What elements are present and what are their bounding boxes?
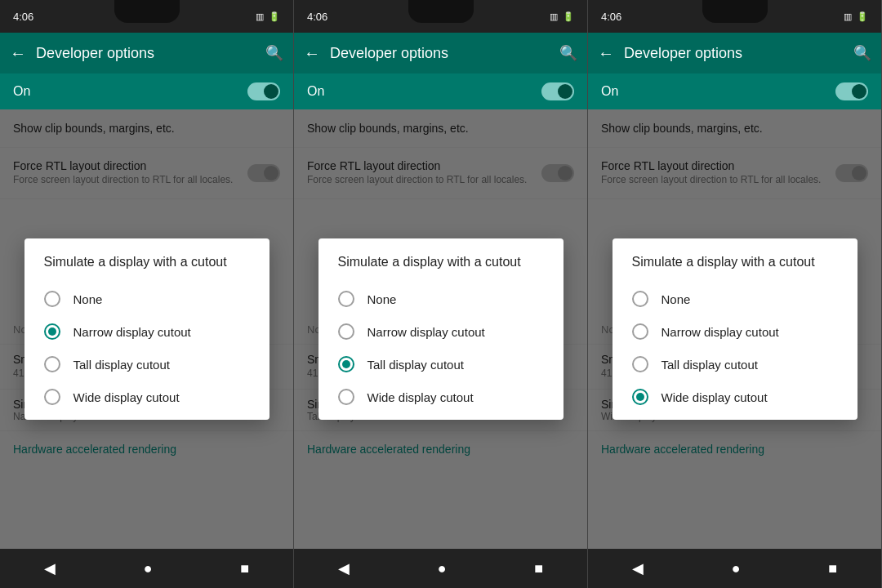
bottom-nav: ◀ ● ■ (0, 549, 293, 588)
option-label-3: Wide display cutout (368, 390, 474, 404)
status-icons: ▥ 🔋 (256, 11, 280, 22)
toolbar: ← Developer options 🔍 (588, 33, 881, 74)
dialog-option-3[interactable]: Wide display cutout (318, 381, 564, 413)
dialog-title: Simulate a display with a cutout (318, 255, 564, 283)
dialog: Simulate a display with a cutout None Na… (24, 238, 270, 420)
toolbar-title: Developer options (624, 45, 844, 62)
radio-1[interactable] (44, 323, 60, 340)
dialog-overlay: Simulate a display with a cutout None Na… (0, 109, 293, 549)
on-bar: On (0, 74, 293, 109)
notch (408, 0, 474, 23)
phone-panel-2: 4:06 ▥ 🔋 ← Developer options 🔍 On Show c… (294, 0, 588, 588)
status-bar: 4:06 ▥ 🔋 (0, 0, 293, 33)
search-icon[interactable]: 🔍 (265, 44, 283, 62)
dialog-option-0[interactable]: None (318, 283, 564, 315)
notch (702, 0, 768, 23)
developer-toggle[interactable] (541, 82, 574, 100)
search-icon[interactable]: 🔍 (853, 44, 871, 62)
signal-icon: ▥ (256, 11, 264, 22)
status-icons: ▥ 🔋 (844, 11, 868, 22)
dialog-option-1[interactable]: Narrow display cutout (318, 315, 564, 348)
dialog-option-1[interactable]: Narrow display cutout (24, 315, 270, 348)
search-icon[interactable]: 🔍 (559, 44, 577, 62)
developer-toggle[interactable] (835, 82, 868, 100)
radio-2[interactable] (44, 356, 60, 372)
radio-0[interactable] (338, 291, 354, 307)
on-label: On (13, 84, 30, 99)
radio-2[interactable] (338, 356, 354, 372)
nav-home-button[interactable]: ● (732, 560, 741, 577)
settings-content: Show clip bounds, margins, etc. Force RT… (0, 109, 293, 549)
battery-icon: 🔋 (269, 11, 280, 22)
option-label-2: Tall display cutout (368, 358, 464, 372)
radio-1[interactable] (632, 323, 648, 340)
toolbar-title: Developer options (330, 45, 550, 62)
back-button[interactable]: ← (598, 44, 614, 63)
radio-1[interactable] (338, 323, 354, 340)
settings-content: Show clip bounds, margins, etc. Force RT… (588, 109, 881, 549)
time: 4:06 (13, 11, 33, 23)
nav-recent-button[interactable]: ■ (534, 560, 543, 577)
on-bar: On (294, 74, 587, 109)
option-label-3: Wide display cutout (74, 390, 180, 404)
nav-home-button[interactable]: ● (438, 560, 447, 577)
dialog-option-2[interactable]: Tall display cutout (318, 348, 564, 381)
status-bar: 4:06 ▥ 🔋 (294, 0, 587, 33)
option-label-1: Narrow display cutout (74, 325, 191, 339)
dialog-option-0[interactable]: None (24, 283, 270, 315)
on-bar: On (588, 74, 881, 109)
dialog-overlay: Simulate a display with a cutout None Na… (294, 109, 587, 549)
time: 4:06 (601, 11, 621, 23)
option-label-0: None (74, 292, 103, 306)
developer-toggle[interactable] (247, 82, 280, 100)
nav-home-button[interactable]: ● (144, 560, 153, 577)
dialog-option-1[interactable]: Narrow display cutout (612, 315, 858, 348)
option-label-0: None (368, 292, 397, 306)
nav-recent-button[interactable]: ■ (828, 560, 837, 577)
radio-0[interactable] (632, 291, 648, 307)
toolbar: ← Developer options 🔍 (0, 33, 293, 74)
option-label-0: None (662, 292, 691, 306)
notch (114, 0, 180, 23)
option-label-2: Tall display cutout (662, 358, 758, 372)
dialog-option-0[interactable]: None (612, 283, 858, 315)
radio-0[interactable] (44, 291, 60, 307)
radio-2[interactable] (632, 356, 648, 372)
dialog-option-3[interactable]: Wide display cutout (612, 381, 858, 413)
settings-content: Show clip bounds, margins, etc. Force RT… (294, 109, 587, 549)
time: 4:06 (307, 11, 327, 23)
status-icons: ▥ 🔋 (550, 11, 574, 22)
dialog-option-2[interactable]: Tall display cutout (24, 348, 270, 381)
nav-back-button[interactable]: ◀ (632, 559, 644, 577)
dialog: Simulate a display with a cutout None Na… (318, 238, 564, 420)
dialog-overlay: Simulate a display with a cutout None Na… (588, 109, 881, 549)
nav-recent-button[interactable]: ■ (240, 560, 249, 577)
radio-3[interactable] (44, 389, 60, 405)
battery-icon: 🔋 (857, 11, 868, 22)
nav-back-button[interactable]: ◀ (44, 559, 56, 577)
dialog-title: Simulate a display with a cutout (612, 255, 858, 283)
back-button[interactable]: ← (10, 44, 26, 63)
dialog-option-2[interactable]: Tall display cutout (612, 348, 858, 381)
signal-icon: ▥ (844, 11, 852, 22)
battery-icon: 🔋 (563, 11, 574, 22)
dialog: Simulate a display with a cutout None Na… (612, 238, 858, 420)
bottom-nav: ◀ ● ■ (294, 549, 587, 588)
toolbar: ← Developer options 🔍 (294, 33, 587, 74)
on-label: On (307, 84, 324, 99)
toolbar-title: Developer options (36, 45, 256, 62)
nav-back-button[interactable]: ◀ (338, 559, 350, 577)
status-bar: 4:06 ▥ 🔋 (588, 0, 881, 33)
phone-panel-1: 4:06 ▥ 🔋 ← Developer options 🔍 On Show c… (0, 0, 294, 588)
dialog-title: Simulate a display with a cutout (24, 255, 270, 283)
option-label-1: Narrow display cutout (662, 325, 779, 339)
radio-3[interactable] (338, 389, 354, 405)
dialog-option-3[interactable]: Wide display cutout (24, 381, 270, 413)
radio-3[interactable] (632, 389, 648, 405)
option-label-3: Wide display cutout (662, 390, 768, 404)
on-label: On (601, 84, 618, 99)
phone-panel-3: 4:06 ▥ 🔋 ← Developer options 🔍 On Show c… (588, 0, 882, 588)
back-button[interactable]: ← (304, 44, 320, 63)
option-label-2: Tall display cutout (74, 358, 170, 372)
bottom-nav: ◀ ● ■ (588, 549, 881, 588)
